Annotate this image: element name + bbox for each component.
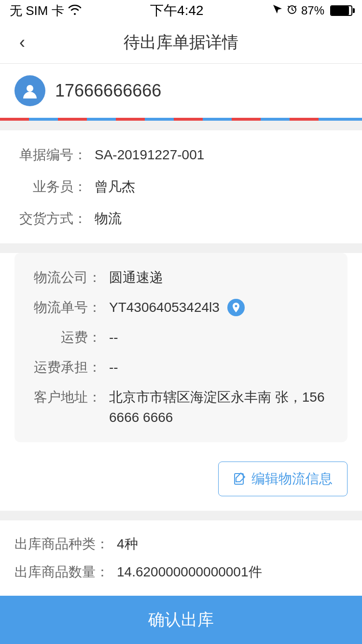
battery-icon	[330, 5, 352, 16]
logistics-tracking-label: 物流单号：	[29, 297, 101, 318]
status-right: 87%	[272, 4, 352, 17]
dashed-divider	[0, 118, 362, 121]
no-sim-text: 无 SIM 卡	[10, 2, 64, 19]
section-separator	[0, 511, 362, 520]
logistics-company-label: 物流公司：	[29, 267, 101, 288]
logistics-tracking-value: YT43064053424l3	[109, 297, 333, 318]
freight-value: --	[109, 327, 333, 348]
address-label: 客户地址：	[29, 387, 101, 407]
page-title: 待出库单据详情	[124, 31, 238, 54]
goods-type-value: 4种	[117, 535, 138, 553]
doc-no-row: 单据编号： SA-20191227-001	[14, 145, 348, 165]
goods-qty-value: 14.620000000000001件	[117, 563, 262, 581]
battery-percent: 87%	[301, 4, 324, 17]
nav-bar: ‹ 待出库单据详情	[0, 21, 362, 64]
goods-qty-row: 出库商品数量： 14.620000000000001件	[14, 563, 348, 581]
content: 17666666666 单据编号： SA-20191227-001 业务员： 曾…	[0, 64, 362, 644]
location-arrow-icon	[272, 4, 283, 17]
back-button[interactable]: ‹	[14, 28, 30, 57]
logistics-company-row: 物流公司： 圆通速递	[29, 267, 333, 288]
wifi-icon	[68, 3, 82, 18]
goods-type-label: 出库商品种类：	[14, 535, 109, 553]
customer-header: 17666666666	[0, 64, 362, 118]
logistics-tracking-row: 物流单号： YT43064053424l3	[29, 297, 333, 318]
goods-section: 出库商品种类： 4种 出库商品数量： 14.620000000000001件	[0, 520, 362, 596]
logistics-card: 物流公司： 圆通速递 物流单号： YT43064053424l3 运费： --	[14, 253, 348, 442]
status-left: 无 SIM 卡	[10, 2, 82, 19]
status-bar: 无 SIM 卡 下午4:42 87%	[0, 0, 362, 21]
address-value: 北京市市辖区海淀区永丰南 张，156 6666 6666	[109, 387, 333, 428]
customer-phone: 17666666666	[55, 81, 161, 101]
track-location-icon[interactable]	[227, 299, 245, 316]
freight-bearer-label: 运费承担：	[29, 357, 101, 378]
freight-row: 运费： --	[29, 327, 333, 348]
edit-btn-container: 编辑物流信息	[0, 452, 362, 506]
alarm-icon	[287, 4, 297, 17]
goods-type-row: 出库商品种类： 4种	[14, 535, 348, 553]
order-info-section: 单据编号： SA-20191227-001 业务员： 曾凡杰 交货方式： 物流	[0, 130, 362, 243]
avatar	[14, 75, 45, 106]
delivery-row: 交货方式： 物流	[14, 209, 348, 229]
status-time: 下午4:42	[150, 1, 204, 20]
freight-bearer-value: --	[109, 357, 333, 378]
freight-label: 运费：	[29, 327, 101, 348]
logistics-company-value: 圆通速递	[109, 267, 333, 288]
address-row: 客户地址： 北京市市辖区海淀区永丰南 张，156 6666 6666	[29, 387, 333, 428]
freight-bearer-row: 运费承担： --	[29, 357, 333, 378]
doc-no-label: 单据编号：	[14, 145, 87, 165]
confirm-btn-label: 确认出库	[148, 609, 214, 631]
delivery-label: 交货方式：	[14, 209, 87, 229]
confirm-button[interactable]: 确认出库	[0, 596, 362, 644]
edit-btn-label: 编辑物流信息	[251, 470, 333, 488]
salesperson-value: 曾凡杰	[95, 177, 348, 197]
edit-logistics-button[interactable]: 编辑物流信息	[218, 462, 348, 496]
doc-no-value: SA-20191227-001	[95, 145, 348, 165]
salesperson-label: 业务员：	[14, 177, 87, 197]
delivery-value: 物流	[95, 209, 348, 229]
salesperson-row: 业务员： 曾凡杰	[14, 177, 348, 197]
svg-point-1	[27, 85, 33, 92]
goods-qty-label: 出库商品数量：	[14, 563, 109, 581]
